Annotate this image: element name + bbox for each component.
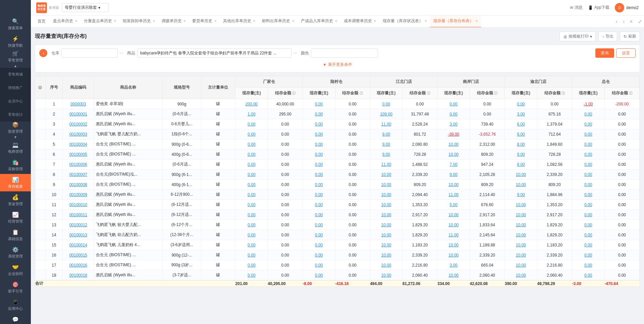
nav-prev-icon[interactable]: ‹ [614,19,620,24]
basic-icon: 📋 [12,229,19,235]
sidebar-item-search[interactable]: 🔍 搜索英单 [0,15,31,33]
nav-tab-chengbentiaoz[interactable]: 成本调整单历史 × [340,15,379,28]
nav-tab-chengpinruku[interactable]: 产成品入库单历史 × [298,15,340,28]
nav-tab-diaobo[interactable]: 调拨单历史 × [158,15,189,28]
sidebar-item-quicknav[interactable]: ⚡ 快捷导航 [0,33,31,50]
sidebar-item-member[interactable]: 会员中心 [0,95,31,108]
sidebar-item-weixin[interactable]: 💬 企业微信 [0,314,31,324]
print-dropdown-icon: ▾ [590,34,592,39]
tab-qitachuku-close[interactable]: × [253,19,255,23]
tab-zuchai-close[interactable]: × [153,19,155,23]
table-body: 10000003爱他美 卓萃3段900g罐200.0040,000.000.00… [35,99,640,281]
jb-amt-info-icon[interactable]: ⓘ [427,91,430,95]
nav-tab-yaohuo[interactable]: 要货单历史 × [189,15,220,28]
logo-area: 畅捷通好生意 标准版 [36,2,59,13]
footer-row: 合计 201.00 40,295.00 -8.00 -416.16 494.00… [35,280,640,286]
sidebar-item-ecommerce[interactable]: 💻 电商管理 [0,139,31,156]
member-label: 会员中心 [8,99,23,103]
nav-tab-fenpandian[interactable]: 分量盘点单历史 × [80,15,119,28]
sidebar-item-system[interactable]: ⚙️ 系统管理 [0,244,31,261]
sidebar-item-wholesale[interactable]: 📦 批发管理 ▼ [0,122,31,139]
sidebar-item-retail[interactable]: 🛒 零售管理 ▲ [0,50,31,68]
more-filters-button[interactable]: ▼ 展开更多条件 [320,60,355,69]
filter-collapse-btn[interactable]: › [39,49,47,57]
lc-amt-info-icon[interactable]: ⓘ [360,91,363,95]
gear-icon[interactable]: ⚙ [38,85,42,90]
tab-xiancunfenbu-close[interactable]: × [476,19,478,23]
ecommerce-label: 电商管理 [8,149,23,154]
table-row: 300100002惠氏启赋 (Wyeth illu...0-6月婴儿...罐0.… [35,119,640,129]
settings-button[interactable]: 设置 [616,48,636,58]
newguide-icon: 🎯 [12,281,19,288]
export-button[interactable]: ↑ 导出 [598,32,617,41]
nav-tab-cailiaochuku[interactable]: 材料出库单历史 × [259,15,298,28]
tab-xiancunqingkuang-close[interactable]: × [425,19,427,23]
nav-close-all-icon[interactable]: × [628,19,635,24]
nav-tab-xiancunqingkuang[interactable]: 现存量（库存状况表） × [379,15,430,28]
fj-amt-info-icon[interactable]: ⓘ [292,91,296,95]
tot-group-header: 总仓 [572,76,640,88]
nav-expand-icon[interactable]: ⤢ [636,19,644,24]
sidebar-item-basic[interactable]: 📋 基础信息 [0,226,31,244]
refresh-button[interactable]: ↻ 刷新 [620,32,640,41]
goods-more-icon[interactable]: ··· [293,51,297,55]
tab-chengbentiaoz-close[interactable]: × [374,19,376,23]
nav-home[interactable]: 首页 [34,16,50,26]
table-row: 1200100011惠氏启赋 (Wyeth illu...(6-12月适...罐… [35,210,640,220]
warehouse-more-icon[interactable]: ··· [120,51,123,55]
sidebar-item-enterprise[interactable]: 🤝 企业协同 [0,261,31,279]
print-button[interactable]: 🖨 按模板打印 ▾ [559,32,596,41]
yb-qty-header: 现存量(主) [505,88,537,99]
sidebar-item-retail-stat[interactable]: 零售统计 [0,108,31,122]
sidebar-item-purchase[interactable]: 🛍️ 采购管理 [0,156,31,174]
footer-jb-qty: 494.00 [370,280,402,286]
warehouse-input[interactable] [61,48,118,58]
export-label: 导出 [605,34,613,39]
sidebar-item-finance[interactable]: 💰 资金管理 [0,191,31,209]
sidebar-item-appcenter[interactable]: 📱 应用中心 [0,296,31,314]
color-input[interactable] [311,48,378,58]
sidebar-item-inventory[interactable]: 📊 库存核算 [0,174,31,191]
tot-qty-header: 现存量(主) [572,88,605,99]
basic-label: 基础信息 [8,237,23,241]
operations-label: 经营管理 [8,219,23,224]
nav-tab-zuchai[interactable]: 组装拆卸单历史 × [119,15,158,28]
app-download-button[interactable]: 📱 App下载 [588,5,609,10]
tot-amt-info-icon[interactable]: ⓘ [629,91,632,95]
store-selector[interactable]: 母婴行业演示陈套 ▾ [62,3,109,12]
query-button[interactable]: 查询 [595,48,614,58]
store-dropdown-icon: ▾ [98,5,100,10]
yb-amt-info-icon[interactable]: ⓘ [561,91,565,95]
purchase-icon: 🛍️ [12,159,19,166]
tab-pandian-close[interactable]: × [75,19,77,23]
finance-label: 资金管理 [8,202,23,206]
nav-next-icon[interactable]: › [621,19,627,24]
spec-col-header: 规格型号 [163,76,201,99]
table-row: 1700100016合生元 (BIOSTIME) ...900g (3岁...罐… [35,260,640,270]
finance-icon: 💰 [12,194,19,200]
goods-input[interactable] [137,48,291,58]
na-amt-info-icon[interactable]: ⓘ [494,91,497,95]
nav-tab-qitachuku[interactable]: 其他出库单历史 × [220,15,259,28]
sidebar-item-newguide[interactable]: 🎯 新手引导 [0,279,31,296]
tab-fenpandian-close[interactable]: × [114,19,116,23]
sidebar-item-retail-store[interactable]: 零售商城 [0,68,31,81]
sidebar-item-operations[interactable]: 📈 经营管理 [0,209,31,226]
tab-chengpinruku-close[interactable]: × [335,19,337,23]
nav-tab-pandian[interactable]: 盘点单历史 × [50,15,80,28]
goods-label: 商品 [127,50,135,56]
page-actions: 🖨 按模板打印 ▾ ↑ 导出 ↻ 刷新 [559,32,640,41]
sidebar-item-marketing[interactable]: 营销推广 [0,81,31,95]
tab-cailiaochuku-close[interactable]: × [292,19,294,23]
nav-tab-xiancunfenbu[interactable]: 现存量（库存分布表） × [430,15,481,28]
messages-button[interactable]: ✉ 消息 [570,5,583,10]
tab-yaohuo-close[interactable]: × [214,19,216,23]
tot-amt-header: 结存金额 ⓘ [604,88,639,99]
lc-amt-header: 结存金额 ⓘ [335,88,370,99]
operations-icon: 📈 [12,212,19,218]
table-row: 1800100018惠氏启赋 (Wyeth illu...(3-7岁适...罐0… [35,270,640,281]
enterprise-icon: 🤝 [12,264,19,270]
tab-diaobo-close[interactable]: × [184,19,186,23]
user-profile[interactable]: D demo2 [615,3,639,12]
top-bar-right: ✉ 消息 📱 App下载 D demo2 [570,3,639,12]
